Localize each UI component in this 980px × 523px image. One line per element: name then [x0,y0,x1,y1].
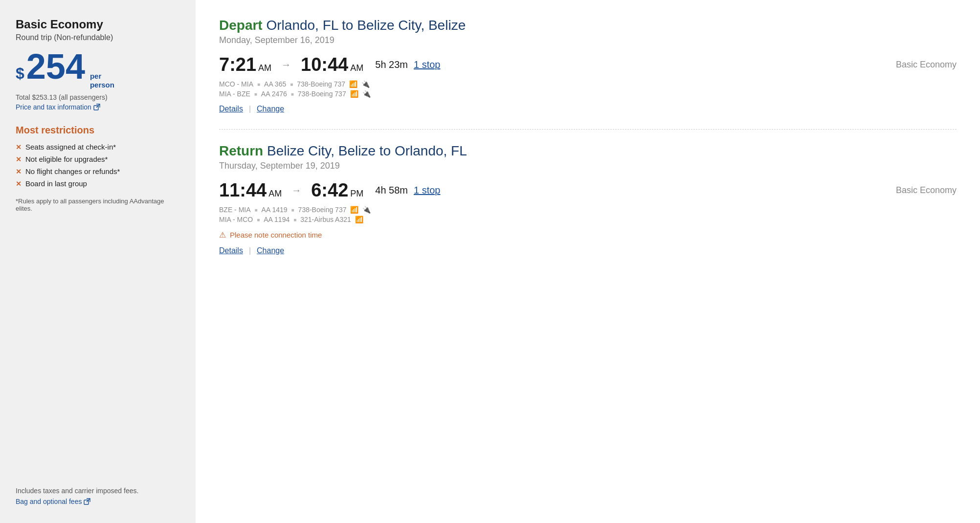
right-panel: Depart Orlando, FL to Belize City, Beliz… [196,0,980,523]
return-flight-row: 11:44 AM → 6:42 PM 4h 58m 1 stop Basic E… [219,180,957,201]
warning-icon: ⚠ [219,230,226,240]
connection-warning: ⚠ Please note connection time [219,230,957,240]
x-icon: ✕ [16,168,22,175]
bag-optional-fees-link[interactable]: Bag and optional fees [16,498,180,505]
wifi-icon: 📶 [350,90,358,98]
return-arrive-time: 6:42 PM [311,180,363,201]
return-stop-link[interactable]: 1 stop [414,185,440,196]
depart-segment-2: MIA - BZE ■ AA 2476 ■ 738-Boeing 737 📶 🔌 [219,90,957,98]
return-date: Thursday, September 19, 2019 [219,161,957,171]
dollar-sign: $ [16,65,24,83]
left-panel: Basic Economy Round trip (Non-refundable… [0,0,196,523]
wifi-icon: 📶 [350,206,358,214]
fare-type: Basic Economy [16,18,180,31]
return-header: Return Belize City, Belize to Orlando, F… [219,143,957,171]
return-section: Return Belize City, Belize to Orlando, F… [219,143,957,255]
x-icon: ✕ [16,143,22,151]
return-change-link[interactable]: Change [257,246,284,255]
restrictions-title: Most restrictions [16,125,180,136]
restriction-item: ✕ Not eligible for upgrades* [16,155,180,163]
depart-time: 7:21 AM [219,54,271,75]
arrow-icon: → [291,185,301,196]
return-duration-stop: 4h 58m 1 stop [375,185,440,196]
arrive-time: 10:44 AM [301,54,363,75]
depart-fare-class: Basic Economy [896,60,957,70]
restriction-item: ✕ Board in last group [16,179,180,188]
depart-header: Depart Orlando, FL to Belize City, Beliz… [219,18,957,45]
depart-flight-row: 7:21 AM → 10:44 AM 5h 23m 1 stop Basic E… [219,54,957,75]
price-row: $ 254 perperson [16,49,180,89]
return-segments: BZE - MIA ■ AA 1419 ■ 738-Boeing 737 📶 🔌… [219,206,957,223]
power-icon: 🔌 [361,80,370,88]
return-title: Return Belize City, Belize to Orlando, F… [219,143,957,159]
wifi-icon: 📶 [349,80,357,88]
depart-details-link[interactable]: Details [219,105,243,113]
arrow-icon: → [281,59,291,70]
total-price: Total $253.13 (all passengers) [16,93,180,101]
return-segment-1: BZE - MIA ■ AA 1419 ■ 738-Boeing 737 📶 🔌 [219,206,957,214]
depart-title: Depart Orlando, FL to Belize City, Beliz… [219,18,957,33]
return-actions: Details | Change [219,246,957,255]
power-icon: 🔌 [362,206,371,214]
depart-segment-1: MCO - MIA ■ AA 365 ■ 738-Boeing 737 📶 🔌 [219,80,957,88]
price-amount: 254 [26,49,85,84]
duration-stop: 5h 23m 1 stop [375,59,440,70]
restrictions-note: *Rules apply to all passengers including… [16,197,180,212]
return-segment-2: MIA - MCO ■ AA 1194 ■ 321-Airbus A321 📶 [219,216,957,223]
wifi-icon: 📶 [355,216,363,223]
depart-stop-link[interactable]: 1 stop [414,59,440,70]
restriction-list: ✕ Seats assigned at check-in* ✕ Not elig… [16,143,180,192]
depart-date: Monday, September 16, 2019 [219,35,957,45]
depart-change-link[interactable]: Change [257,105,284,113]
price-tax-link[interactable]: Price and tax information [16,103,180,111]
depart-section: Depart Orlando, FL to Belize City, Beliz… [219,18,957,113]
return-fare-class: Basic Economy [896,185,957,196]
return-depart-time: 11:44 AM [219,180,282,201]
depart-actions: Details | Change [219,105,957,113]
section-divider [219,129,957,130]
x-icon: ✕ [16,180,22,188]
bag-link-external-icon [84,498,90,505]
includes-text: Includes taxes and carrier imposed fees. [16,487,180,495]
external-link-icon [93,104,100,110]
return-details-link[interactable]: Details [219,246,243,255]
restriction-item: ✕ No flight changes or refunds* [16,167,180,175]
per-person: perperson [90,72,114,89]
depart-segments: MCO - MIA ■ AA 365 ■ 738-Boeing 737 📶 🔌 … [219,80,957,98]
power-icon: 🔌 [362,90,371,98]
restriction-item: ✕ Seats assigned at check-in* [16,143,180,151]
x-icon: ✕ [16,155,22,163]
trip-type: Round trip (Non-refundable) [16,33,180,42]
